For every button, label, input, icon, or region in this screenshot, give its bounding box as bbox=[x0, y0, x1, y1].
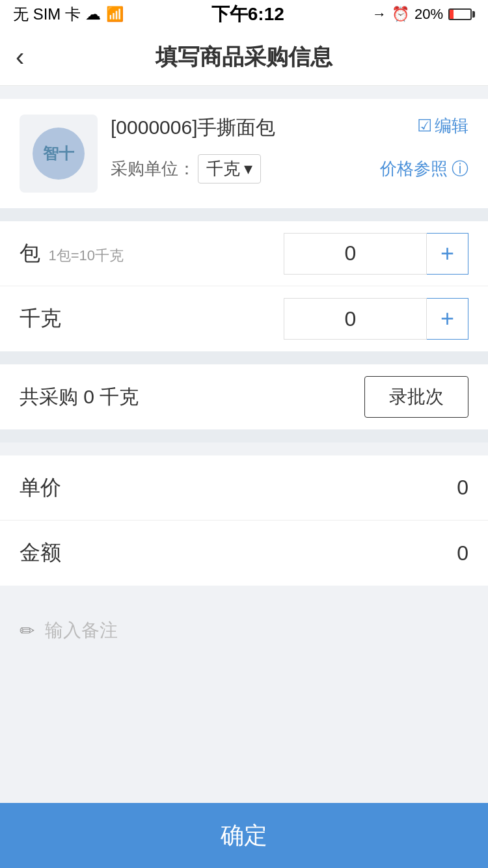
edit-button[interactable]: ☑ 编辑 bbox=[417, 115, 468, 137]
pack-label: 包 bbox=[20, 241, 40, 265]
battery-tip bbox=[472, 11, 475, 18]
amount-value: 0 bbox=[457, 541, 468, 565]
nav-bar: ‹ 填写商品采购信息 bbox=[0, 29, 488, 86]
product-info: [0000006]手撕面包 ☑ 编辑 采购单位： 千克 ▾ 价格参照 ⓘ bbox=[111, 115, 468, 183]
product-logo-text: 智十 bbox=[43, 143, 74, 164]
pack-number-input[interactable] bbox=[284, 233, 427, 275]
back-button[interactable]: ‹ bbox=[16, 42, 24, 72]
pencil-icon: ✏ bbox=[20, 620, 34, 642]
pack-input-right: + bbox=[284, 233, 468, 275]
status-right: → ⏰ 20% bbox=[372, 6, 475, 23]
edit-label: 编辑 bbox=[435, 115, 468, 137]
unit-price-row: 单价 0 bbox=[0, 455, 488, 521]
pack-plus-icon: + bbox=[441, 242, 454, 265]
unit-price-value: 0 bbox=[457, 476, 468, 500]
section-divider-1 bbox=[0, 208, 488, 221]
pack-sublabel: 1包=10千克 bbox=[48, 247, 124, 264]
wifi-icon: 📶 bbox=[106, 6, 124, 23]
unit-value: 千克 bbox=[206, 157, 240, 180]
amount-row: 金额 0 bbox=[0, 521, 488, 586]
amount-label: 金额 bbox=[20, 539, 61, 567]
status-left: 无 SIM 卡 ☁ 📶 bbox=[13, 4, 124, 25]
battery-fill bbox=[450, 10, 454, 19]
battery-percent: 20% bbox=[414, 6, 443, 23]
price-ref-label: 价格参照 bbox=[380, 157, 448, 180]
unit-container: 采购单位： 千克 ▾ bbox=[111, 154, 261, 183]
kg-label: 千克 bbox=[20, 306, 61, 330]
kg-plus-icon: + bbox=[441, 307, 454, 331]
product-image: 智十 bbox=[20, 115, 98, 193]
section-divider-2 bbox=[0, 351, 488, 364]
note-placeholder: 输入备注 bbox=[45, 618, 118, 643]
product-card: 智十 [0000006]手撕面包 ☑ 编辑 采购单位： 千克 ▾ 价格参照 ⓘ bbox=[0, 99, 488, 208]
edit-icon: ☑ bbox=[417, 116, 432, 136]
page-title: 填写商品采购信息 bbox=[156, 42, 332, 72]
dropdown-icon: ▾ bbox=[244, 159, 252, 179]
kg-input-right: + bbox=[284, 298, 468, 340]
no-sim-label: 无 SIM 卡 ☁ bbox=[13, 4, 101, 25]
kg-number-input[interactable] bbox=[284, 298, 427, 340]
product-name: [0000006]手撕面包 bbox=[111, 115, 275, 141]
product-header: [0000006]手撕面包 ☑ 编辑 bbox=[111, 115, 468, 141]
status-time: 下午6:12 bbox=[211, 2, 284, 27]
location-icon: → bbox=[372, 6, 386, 23]
pack-plus-button[interactable]: + bbox=[427, 233, 468, 275]
price-ref-button[interactable]: 价格参照 ⓘ bbox=[380, 157, 468, 180]
unit-price-label: 单价 bbox=[20, 474, 61, 502]
record-batch-label: 录批次 bbox=[389, 385, 444, 409]
input-section: 包 1包=10千克 + 千克 + bbox=[0, 221, 488, 351]
pack-label-group: 包 1包=10千克 bbox=[20, 239, 124, 268]
pack-input-row: 包 1包=10千克 + bbox=[0, 221, 488, 286]
battery-body bbox=[448, 8, 472, 20]
confirm-label: 确定 bbox=[221, 820, 267, 852]
alarm-icon: ⏰ bbox=[392, 6, 409, 23]
summary-row: 共采购 0 千克 录批次 bbox=[0, 364, 488, 429]
status-bar: 无 SIM 卡 ☁ 📶 下午6:12 → ⏰ 20% bbox=[0, 0, 488, 29]
kg-plus-button[interactable]: + bbox=[427, 298, 468, 340]
section-divider-3 bbox=[0, 429, 488, 442]
kg-label-group: 千克 bbox=[20, 305, 61, 333]
summary-text: 共采购 0 千克 bbox=[20, 384, 139, 411]
note-section[interactable]: ✏ 输入备注 bbox=[0, 599, 488, 662]
battery-icon bbox=[448, 8, 475, 20]
product-logo: 智十 bbox=[33, 128, 85, 180]
info-section: 单价 0 金额 0 bbox=[0, 455, 488, 586]
product-unit-row: 采购单位： 千克 ▾ 价格参照 ⓘ bbox=[111, 154, 468, 183]
unit-label: 采购单位： bbox=[111, 159, 195, 178]
price-ref-help-icon: ⓘ bbox=[452, 157, 468, 180]
kg-input-row: 千克 + bbox=[0, 286, 488, 351]
confirm-button[interactable]: 确定 bbox=[0, 803, 488, 868]
record-batch-button[interactable]: 录批次 bbox=[364, 376, 468, 418]
unit-select[interactable]: 千克 ▾ bbox=[198, 154, 261, 183]
